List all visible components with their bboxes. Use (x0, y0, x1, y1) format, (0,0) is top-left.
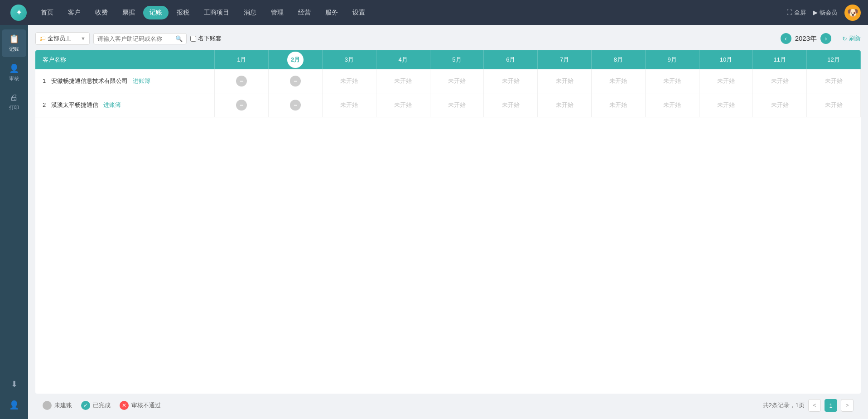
download-icon: ⬇ (11, 379, 18, 389)
not-started-text: 未开始 (609, 101, 627, 108)
legend-gray-icon (43, 401, 52, 410)
search-box[interactable]: 🔍 (93, 33, 187, 44)
search-icon[interactable]: 🔍 (175, 35, 183, 42)
next-year-button[interactable]: › (820, 33, 831, 44)
pagination: 共2条记录，1页 < 1 > (763, 399, 854, 412)
col-header-dec: 12月 (807, 50, 861, 69)
row2-name-cell: 2 漠澳太平畅捷通信 进账簿 (35, 93, 215, 117)
col-header-oct: 10月 (699, 50, 753, 69)
nav-business[interactable]: 工商项目 (198, 6, 236, 19)
content-area: 🏷 全部员工 ▼ 🔍 名下账套 ‹ 2023年 › ↻ 刷新 (28, 25, 868, 419)
row1-feb: − (269, 69, 323, 93)
not-started-text: 未开始 (448, 77, 466, 84)
nav-customer[interactable]: 客户 (62, 6, 87, 19)
nav-operation[interactable]: 经营 (292, 6, 317, 19)
row1-nov: 未开始 (753, 69, 807, 93)
row1-apr: 未开始 (376, 69, 430, 93)
nav-invoice[interactable]: 票据 (116, 6, 141, 19)
row2-feb: − (269, 93, 323, 117)
nav-menu: 首页 客户 收费 票据 记账 报税 工商项目 消息 管理 经营 服务 设置 (34, 6, 786, 19)
app-logo[interactable]: ✦ (7, 0, 30, 25)
nav-right-section: ⛶ 全屏 ▶ 畅会员 🐶 (786, 5, 861, 21)
legend-not-created-label: 未建账 (54, 401, 72, 409)
row1-jun: 未开始 (484, 69, 538, 93)
nav-home[interactable]: 首页 (34, 6, 60, 19)
refresh-label: 刷新 (849, 34, 861, 43)
sidebar-download[interactable]: ⬇ (2, 375, 26, 394)
row2-nov: 未开始 (753, 93, 807, 117)
row2-apr: 未开始 (376, 93, 430, 117)
prev-page-button[interactable]: < (808, 399, 821, 412)
nav-manage[interactable]: 管理 (265, 6, 290, 19)
nav-tax[interactable]: 报税 (170, 6, 196, 19)
current-page-button[interactable]: 1 (825, 399, 837, 412)
sidebar-item-bookkeeping[interactable]: 📋 记账 (2, 29, 26, 57)
employee-select[interactable]: 🏷 全部员工 ▼ (35, 32, 90, 45)
legend-rejected: ✕ 审核不通过 (120, 401, 161, 410)
row2-jul: 未开始 (538, 93, 592, 117)
sidebar-item-audit[interactable]: 👤 审核 (2, 59, 26, 87)
row2-sep: 未开始 (645, 93, 699, 117)
nav-service[interactable]: 服务 (319, 6, 344, 19)
row1-sep: 未开始 (645, 69, 699, 93)
fullscreen-button[interactable]: ⛶ 全屏 (786, 9, 806, 17)
not-started-text: 未开始 (825, 77, 843, 84)
nav-fee[interactable]: 收费 (89, 6, 114, 19)
not-started-text: 未开始 (771, 101, 789, 108)
prev-year-button[interactable]: ‹ (781, 33, 791, 44)
top-navigation: ✦ 首页 客户 收费 票据 记账 报税 工商项目 消息 管理 经营 服务 设置 … (0, 0, 868, 25)
sidebar: 📋 记账 👤 审核 🖨 打印 ⬇ 👤 (0, 25, 28, 419)
not-started-text: 未开始 (394, 77, 412, 84)
account-checkbox[interactable] (190, 36, 196, 42)
sidebar-bookkeeping-label: 记账 (9, 46, 19, 53)
not-started-text: 未开始 (448, 101, 466, 108)
col-header-apr: 4月 (376, 50, 430, 69)
not-started-text: 未开始 (663, 101, 681, 108)
account-checkbox-label[interactable]: 名下账套 (190, 34, 222, 43)
user-icon: 👤 (9, 400, 19, 410)
data-table-container: 客户名称 1月 2月 3月 4月 5月 6月 7月 8月 9月 (35, 50, 861, 394)
col-header-aug: 8月 (591, 50, 645, 69)
member-button[interactable]: ▶ 畅会员 (813, 9, 837, 17)
sidebar-bottom: ⬇ 👤 (2, 375, 26, 414)
not-started-text: 未开始 (609, 77, 627, 84)
legend-completed: ✓ 已完成 (81, 401, 111, 410)
not-started-text: 未开始 (717, 77, 735, 84)
legend-check-icon: ✓ (81, 401, 90, 410)
fullscreen-label: 全屏 (794, 9, 806, 17)
employee-select-label: 全部员工 (48, 34, 71, 43)
active-month-circle: 2月 (287, 52, 304, 68)
user-avatar[interactable]: 🐶 (844, 5, 861, 21)
row2-dec: 未开始 (807, 93, 861, 117)
sidebar-audit-label: 审核 (9, 75, 19, 82)
search-input[interactable] (97, 35, 174, 42)
row2-jan: − (215, 93, 269, 117)
row1-aug: 未开始 (591, 69, 645, 93)
sidebar-user[interactable]: 👤 (2, 395, 26, 414)
next-page-button[interactable]: > (841, 399, 854, 412)
toolbar: 🏷 全部员工 ▼ 🔍 名下账套 ‹ 2023年 › ↻ 刷新 (35, 32, 861, 45)
row1-enter-link[interactable]: 进账簿 (133, 77, 150, 84)
row2-oct: 未开始 (699, 93, 753, 117)
footer: 未建账 ✓ 已完成 ✕ 审核不通过 共2条记录，1页 < 1 > (35, 394, 861, 412)
row2-enter-link[interactable]: 进账簿 (103, 101, 121, 108)
nav-settings[interactable]: 设置 (346, 6, 371, 19)
nav-bookkeeping[interactable]: 记账 (143, 6, 169, 19)
not-started-text: 未开始 (556, 77, 574, 84)
row1-jan: − (215, 69, 269, 93)
refresh-button[interactable]: ↻ 刷新 (842, 34, 861, 43)
not-started-text: 未开始 (771, 77, 789, 84)
legend-x-icon: ✕ (120, 401, 129, 410)
row2-jun: 未开始 (484, 93, 538, 117)
row1-dec: 未开始 (807, 69, 861, 93)
row1-mar: 未开始 (323, 69, 376, 93)
sidebar-item-print[interactable]: 🖨 打印 (2, 88, 26, 116)
nav-message[interactable]: 消息 (237, 6, 263, 19)
not-started-text: 未开始 (340, 77, 358, 84)
legend-rejected-label: 审核不通过 (131, 401, 161, 409)
col-header-jun: 6月 (484, 50, 538, 69)
row2-mar: 未开始 (323, 93, 376, 117)
row1-company-name: 安徽畅捷通信息技术有限公司 (51, 77, 128, 84)
col-header-sep: 9月 (645, 50, 699, 69)
row2-company-name: 漠澳太平畅捷通信 (51, 101, 98, 108)
